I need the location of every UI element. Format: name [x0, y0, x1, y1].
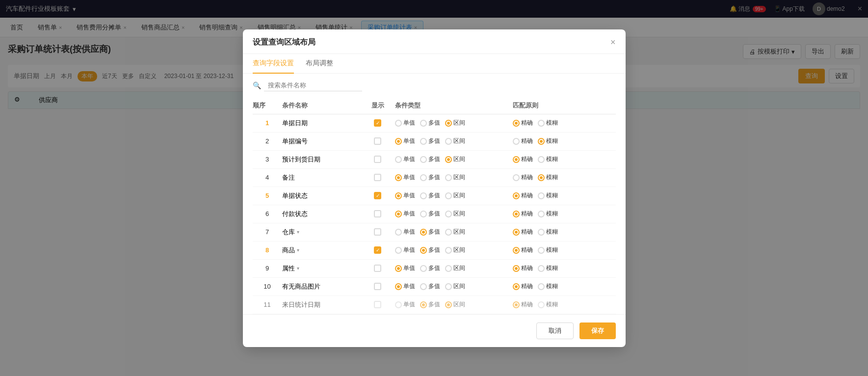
radio-multi[interactable] [420, 192, 427, 199]
display-checkbox[interactable] [374, 156, 381, 163]
row-display[interactable] [361, 210, 395, 217]
radio-range[interactable] [445, 138, 452, 145]
radio-multi[interactable] [420, 283, 427, 290]
display-checkbox[interactable] [374, 301, 381, 308]
cond-multi[interactable]: 多值 [420, 210, 440, 218]
cond-single[interactable]: 单值 [395, 246, 415, 254]
cond-multi[interactable]: 多值 [420, 228, 440, 236]
cond-single[interactable]: 单值 [395, 282, 415, 291]
row-display[interactable] [361, 174, 395, 181]
match-fuzzy[interactable]: 模糊 [538, 173, 558, 182]
radio-range[interactable] [445, 247, 452, 254]
match-fuzzy[interactable]: 模糊 [538, 137, 558, 145]
dialog-close-btn[interactable]: × [610, 37, 616, 48]
cond-single[interactable]: 单值 [395, 155, 415, 163]
cond-range[interactable]: 区间 [445, 282, 465, 291]
match-exact[interactable]: 精确 [513, 228, 533, 236]
radio-fuzzy[interactable] [538, 138, 545, 145]
cond-multi[interactable]: 多值 [420, 155, 440, 163]
row-display[interactable] [361, 246, 395, 254]
cond-multi[interactable]: 多值 [420, 191, 440, 200]
cond-multi[interactable]: 多值 [420, 137, 440, 145]
match-exact[interactable]: 精确 [513, 264, 533, 272]
radio-single[interactable] [395, 265, 402, 272]
search-input[interactable] [264, 80, 362, 91]
radio-range[interactable] [445, 192, 452, 199]
cond-single[interactable]: 单值 [395, 228, 415, 236]
radio-multi[interactable] [420, 174, 427, 181]
cond-multi[interactable]: 多值 [420, 282, 440, 291]
display-checkbox[interactable] [374, 283, 381, 290]
cond-range[interactable]: 区间 [445, 246, 465, 254]
display-checkbox[interactable] [374, 192, 381, 199]
radio-single[interactable] [395, 174, 402, 181]
display-checkbox[interactable] [374, 119, 381, 127]
radio-single[interactable] [395, 301, 402, 308]
match-fuzzy[interactable]: 模糊 [538, 228, 558, 236]
radio-exact[interactable] [513, 192, 520, 199]
radio-range[interactable] [445, 283, 452, 290]
cond-single[interactable]: 单值 [395, 173, 415, 182]
cond-range[interactable]: 区间 [445, 119, 465, 127]
radio-single[interactable] [395, 247, 402, 254]
radio-exact[interactable] [513, 247, 520, 254]
radio-single[interactable] [395, 283, 402, 290]
radio-multi[interactable] [420, 120, 427, 127]
match-fuzzy[interactable]: 模糊 [538, 300, 558, 309]
radio-fuzzy[interactable] [538, 247, 545, 254]
display-checkbox[interactable] [374, 265, 381, 272]
match-exact[interactable]: 精确 [513, 119, 533, 127]
radio-range[interactable] [445, 301, 452, 308]
radio-range[interactable] [445, 211, 452, 217]
cond-multi[interactable]: 多值 [420, 173, 440, 182]
cond-range[interactable]: 区间 [445, 137, 465, 145]
radio-multi[interactable] [420, 211, 427, 217]
radio-range[interactable] [445, 174, 452, 181]
radio-range[interactable] [445, 229, 452, 236]
match-fuzzy[interactable]: 模糊 [538, 119, 558, 127]
cancel-button[interactable]: 取消 [536, 322, 574, 339]
radio-multi[interactable] [420, 265, 427, 272]
radio-exact[interactable] [513, 301, 520, 308]
match-exact[interactable]: 精确 [513, 246, 533, 254]
radio-single[interactable] [395, 156, 402, 163]
match-fuzzy[interactable]: 模糊 [538, 191, 558, 200]
cond-range[interactable]: 区间 [445, 264, 465, 272]
cond-single[interactable]: 单值 [395, 191, 415, 200]
row-display[interactable] [361, 228, 395, 236]
radio-multi[interactable] [420, 229, 427, 236]
row-display[interactable] [361, 156, 395, 163]
radio-exact[interactable] [513, 229, 520, 236]
cond-single[interactable]: 单值 [395, 300, 415, 309]
radio-exact[interactable] [513, 265, 520, 272]
radio-fuzzy[interactable] [538, 156, 545, 163]
cond-range[interactable]: 区间 [445, 191, 465, 200]
radio-single[interactable] [395, 229, 402, 236]
radio-exact[interactable] [513, 174, 520, 181]
match-fuzzy[interactable]: 模糊 [538, 282, 558, 291]
radio-fuzzy[interactable] [538, 301, 545, 308]
dialog-tab-layout[interactable]: 布局调整 [306, 54, 333, 74]
match-fuzzy[interactable]: 模糊 [538, 155, 558, 163]
display-checkbox[interactable] [374, 246, 381, 254]
cond-range[interactable]: 区间 [445, 210, 465, 218]
radio-fuzzy[interactable] [538, 120, 545, 127]
radio-multi[interactable] [420, 247, 427, 254]
match-exact[interactable]: 精确 [513, 210, 533, 218]
match-exact[interactable]: 精确 [513, 191, 533, 200]
cond-multi[interactable]: 多值 [420, 264, 440, 272]
cond-single[interactable]: 单值 [395, 210, 415, 218]
radio-range[interactable] [445, 120, 452, 127]
match-exact[interactable]: 精确 [513, 137, 533, 145]
radio-exact[interactable] [513, 120, 520, 127]
radio-fuzzy[interactable] [538, 265, 545, 272]
radio-exact[interactable] [513, 283, 520, 290]
cond-range[interactable]: 区间 [445, 173, 465, 182]
match-exact[interactable]: 精确 [513, 173, 533, 182]
display-checkbox[interactable] [374, 137, 381, 145]
radio-multi[interactable] [420, 138, 427, 145]
dialog-tab-query-fields[interactable]: 查询字段设置 [253, 54, 294, 74]
match-exact[interactable]: 精确 [513, 300, 533, 309]
radio-fuzzy[interactable] [538, 283, 545, 290]
match-exact[interactable]: 精确 [513, 282, 533, 291]
